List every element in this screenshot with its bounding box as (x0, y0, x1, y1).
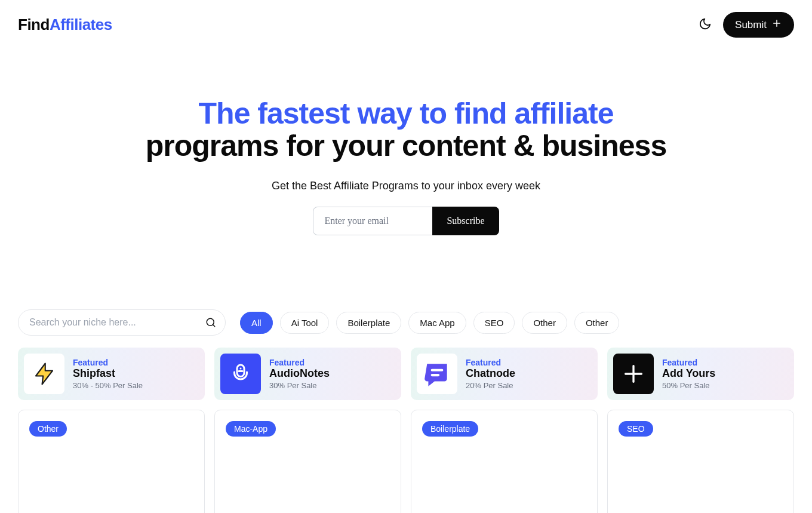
category-badge: Boilerplate (422, 421, 478, 437)
svg-rect-7 (431, 369, 444, 371)
program-card[interactable]: Boilerplate (411, 410, 598, 513)
featured-commission: 30% - 50% Per Sale (73, 381, 143, 390)
header: FindAffiliates Submit (18, 0, 794, 44)
featured-name: Chatnode (466, 367, 515, 380)
filter-chip-boilerplate-2[interactable]: Boilerplate (336, 312, 401, 334)
hero-title-line2: programs for your content & business (18, 130, 794, 162)
filter-chip-other-6[interactable]: Other (574, 312, 620, 334)
featured-card-add-yours[interactable]: FeaturedAdd Yours50% Per Sale (607, 348, 794, 400)
featured-name: AudioNotes (269, 367, 330, 380)
featured-card-chatnode[interactable]: FeaturedChatnode20% Per Sale (411, 348, 598, 400)
chat-icon (417, 354, 457, 394)
filter-chip-mac-app-3[interactable]: Mac App (408, 312, 466, 334)
hero-title: The fastest way to find affiliate progra… (18, 97, 794, 162)
featured-card-audionotes[interactable]: FeaturedAudioNotes30% Per Sale (214, 348, 401, 400)
moon-icon (699, 17, 712, 33)
featured-commission: 30% Per Sale (269, 381, 330, 390)
featured-badge: Featured (662, 358, 715, 367)
submit-button-label: Submit (735, 19, 767, 31)
toolbar: AllAi ToolBoilerplateMac AppSEOOtherOthe… (18, 307, 794, 348)
featured-card-text: FeaturedShipfast30% - 50% Per Sale (73, 358, 143, 390)
category-badge: Mac-App (226, 421, 276, 437)
svg-line-3 (213, 324, 214, 326)
submit-button[interactable]: Submit (723, 12, 794, 38)
plus-icon (771, 18, 782, 32)
search-wrap (18, 309, 226, 336)
program-card[interactable]: Mac-App (214, 410, 401, 513)
svg-rect-8 (431, 374, 440, 376)
filter-chip-ai-tool-1[interactable]: Ai Tool (280, 312, 330, 334)
subscribe-form: Subscribe (313, 207, 499, 235)
featured-badge: Featured (73, 358, 143, 367)
hero-title-line1: The fastest way to find affiliate (18, 97, 794, 130)
featured-card-text: FeaturedAudioNotes30% Per Sale (269, 358, 330, 390)
logo-part-affiliates: Affiliates (50, 16, 112, 33)
theme-toggle[interactable] (698, 18, 712, 32)
featured-card-text: FeaturedChatnode20% Per Sale (466, 358, 515, 390)
featured-card-text: FeaturedAdd Yours50% Per Sale (662, 358, 715, 390)
featured-commission: 50% Per Sale (662, 381, 715, 390)
bolt-icon (24, 354, 64, 394)
program-grid: OtherMac-AppBoilerplateSEO (18, 410, 794, 513)
featured-commission: 20% Per Sale (466, 381, 515, 390)
featured-row: FeaturedShipfast30% - 50% Per SaleFeatur… (18, 348, 794, 400)
subscribe-button[interactable]: Subscribe (432, 207, 499, 235)
featured-badge: Featured (466, 358, 515, 367)
program-card[interactable]: Other (18, 410, 205, 513)
hero: The fastest way to find affiliate progra… (18, 44, 794, 307)
category-badge: Other (29, 421, 67, 437)
filter-chip-seo-4[interactable]: SEO (473, 312, 515, 334)
header-actions: Submit (698, 12, 794, 38)
logo-part-find: Find (18, 16, 50, 33)
filter-row: AllAi ToolBoilerplateMac AppSEOOtherOthe… (240, 312, 619, 334)
email-input[interactable] (313, 207, 432, 235)
logo[interactable]: FindAffiliates (18, 16, 112, 34)
category-badge: SEO (619, 421, 653, 437)
program-card[interactable]: SEO (607, 410, 794, 513)
hero-subtitle: Get the Best Affiliate Programs to your … (18, 180, 794, 192)
filter-chip-other-5[interactable]: Other (522, 312, 567, 334)
search-input[interactable] (18, 309, 226, 336)
audio-icon (220, 354, 261, 394)
featured-name: Shipfast (73, 367, 143, 380)
featured-card-shipfast[interactable]: FeaturedShipfast30% - 50% Per Sale (18, 348, 205, 400)
filter-chip-all-0[interactable]: All (240, 312, 273, 334)
search-icon (205, 317, 216, 328)
featured-badge: Featured (269, 358, 330, 367)
plus-icon (613, 354, 654, 394)
featured-name: Add Yours (662, 367, 715, 380)
